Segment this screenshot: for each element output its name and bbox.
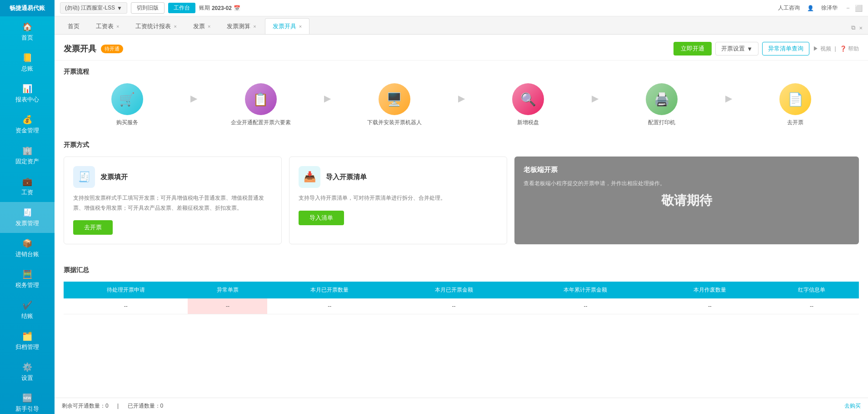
tab-invoice-calc[interactable]: 发票测算 × [219,18,264,34]
settings-button[interactable]: 开票设置 ▼ [715,42,758,56]
sidebar-item-assets[interactable]: 🏢 固定资产 [0,140,55,171]
company-name: (勿动) 江西服室-LSS [65,4,115,12]
sidebar-item-invoice[interactable]: 🧾 发票管理 [0,202,55,233]
tax-icon: 🧮 [22,269,32,279]
help-area: ▶ 视频 | ❓ 帮助 [813,45,859,53]
tab-invoice-label: 发票 [193,22,205,30]
tab-invoice-open-close[interactable]: × [299,24,302,29]
sidebar-item-home[interactable]: 🏠 首页 [0,16,55,47]
sidebar-item-guide[interactable]: 🆕 新手引导 [0,388,55,414]
flow-step-5-icon: 🖨️ [646,83,678,115]
tab-invoice-open[interactable]: 发票开具 × [265,18,309,34]
sidebar-item-settings[interactable]: ⚙️ 设置 [0,357,55,388]
main-area: (勿动) 江西服室-LSS ▼ 切到旧版 工作台 账期 2023-02 📅 人工… [55,0,868,414]
support-label[interactable]: 人工咨询 [778,4,800,12]
tab-payroll-report-label: 工资统计报表 [135,22,171,30]
status-badge: 待开通 [101,45,123,53]
summary-cell-0: -- [64,298,188,314]
topbar-right: 人工咨询 👤 徐泽华 － ⬜ [778,4,863,12]
sidebar-item-tax-label: 税务管理 [15,281,39,289]
flow-step-3-label: 下载并安装开票机器人 [367,119,422,126]
flow-step-1: 🛒 购买服务 [64,83,190,126]
way-old-desc: 查看老板端小程序提交的开票申请，并作出相应处理操作。 [524,179,850,189]
flow-step-2-icon: 📋 [245,83,277,115]
sidebar-item-reports-label: 报表中心 [15,96,39,104]
ledger-icon: 📒 [22,53,32,63]
flow-step-1-icon: 🛒 [111,83,143,115]
flow-step-4-label: 新增税盘 [517,119,539,126]
sidebar-item-funds[interactable]: 💰 资金管理 [0,109,55,140]
flow-step-2: 📋 企业开通配置开票六要素 [197,83,324,126]
flow-step-3-icon: 🖥️ [379,83,410,115]
tab-close-icon[interactable]: × [859,25,863,31]
sidebar-item-settlement[interactable]: ✔️ 结账 [0,295,55,326]
sidebar-item-inout[interactable]: 📦 进销台账 [0,233,55,264]
sidebar-item-tax[interactable]: 🧮 税务管理 [0,264,55,295]
way-old-title: 老板端开票 [524,166,850,174]
import-list-button[interactable]: 导入清单 [299,211,344,225]
way-import-title: 导入开票清单 [326,173,367,182]
maximize-icon[interactable]: ⬜ [855,5,863,12]
tab-invoice-close[interactable]: × [208,24,210,29]
goto-buy-link[interactable]: 去购买 [844,402,861,410]
sidebar-item-guide-label: 新手引导 [15,405,39,413]
flow-step-5: 🖨️ 配置打印机 [599,83,725,126]
flow-step-6: 📄 去开票 [732,83,859,126]
flow-arrow-5: ▶ [725,93,732,104]
settings-icon: ⚙️ [22,362,32,372]
summary-cell-4: -- [516,298,655,314]
sidebar-item-ledger[interactable]: 📒 总账 [0,47,55,78]
video-icon[interactable]: ▶ 视频 [813,45,831,53]
calendar-icon[interactable]: 📅 [234,5,240,11]
tab-payroll-close[interactable]: × [116,24,119,29]
summary-title: 票据汇总 [64,266,859,274]
bottom-bar: 剩余可开通数量：0 | 已开通数量：0 去购买 [55,398,868,414]
app-logo: 畅捷通易代账 [0,0,55,16]
minimize-icon[interactable]: － [845,4,851,12]
tab-invoice-calc-close[interactable]: × [253,24,256,29]
tab-invoice[interactable]: 发票 × [185,18,218,34]
tab-payroll-label: 工资表 [96,22,114,30]
settings-dropdown-icon: ▼ [747,45,753,52]
sidebar-item-ledger-label: 总账 [21,65,33,73]
sidebar-item-inout-label: 进销台账 [15,250,39,258]
summary-header-row: 待处理开票申请 异常单票 本月已开票数量 本月已开票金额 本年累计开票金额 本月… [64,282,859,298]
tab-payroll-report-close[interactable]: × [174,24,176,29]
flow-title: 开票流程 [64,68,859,76]
summary-cell-3: -- [392,298,516,314]
way-card-old: 老板端开票 查看老板端小程序提交的开票申请，并作出相应处理操作。 敬请期待 [514,157,859,244]
coming-soon-text: 敬请期待 [661,192,712,209]
way-card-manual-header: 🧾 发票填开 [73,166,272,188]
help-icon[interactable]: ❓ 帮助 [840,45,859,53]
oldver-button[interactable]: 切到旧版 [131,2,165,14]
sidebar-item-assets-label: 固定资产 [15,157,39,166]
summary-table: 待处理开票申请 异常单票 本月已开票数量 本月已开票金额 本年累计开票金额 本月… [64,282,859,314]
open-ways: 🧾 发票填开 支持按照发票样式手工填写开发票；可开具增值税电子普通发票、增值税普… [64,157,859,252]
summary-cell-1: -- [188,298,267,314]
tab-payroll-report[interactable]: 工资统计报表 × [128,18,184,34]
archive-icon: 🗂️ [22,331,32,341]
summary-header-5: 本月作废数量 [655,282,765,298]
page-title: 发票开具 [64,43,96,54]
way-import-icon: 📥 [299,166,320,188]
tab-home[interactable]: 首页 [60,18,87,34]
abnormal-button[interactable]: 异常清单查询 [762,42,809,56]
flow-step-1-label: 购买服务 [116,119,138,126]
reports-icon: 📊 [22,84,32,94]
flow-step-4-icon: 🔍 [512,83,544,115]
goto-invoice-button[interactable]: 去开票 [73,220,113,235]
inout-icon: 📦 [22,238,32,248]
sidebar-item-payroll[interactable]: 💼 工资 [0,171,55,202]
tab-restore-icon[interactable]: ⧉ [851,24,855,31]
sidebar-item-archive-label: 归档管理 [15,343,39,351]
workspace-button[interactable]: 工作台 [168,3,195,13]
sidebar-item-reports[interactable]: 📊 报表中心 [0,78,55,109]
window-controls: － ⬜ [845,4,863,12]
company-selector[interactable]: (勿动) 江西服室-LSS ▼ [60,2,127,14]
open-now-button[interactable]: 立即开通 [673,42,712,56]
sidebar-item-archive[interactable]: 🗂️ 归档管理 [0,326,55,357]
tab-payroll[interactable]: 工资表 × [88,18,127,34]
summary-cell-5: -- [655,298,765,314]
flow-steps: 🛒 购买服务 ▶ 📋 企业开通配置开票六要素 ▶ 🖥️ 下载并安装开票机器人 ▶… [64,83,859,126]
way-manual-title: 发票填开 [100,173,128,182]
